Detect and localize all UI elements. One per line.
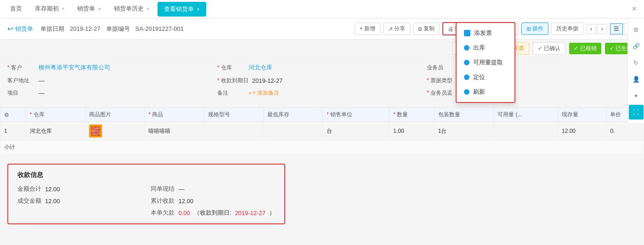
refresh-icon (464, 89, 469, 95)
sidebar-link-icon[interactable]: 🔗 (629, 39, 644, 53)
col-product: 商品 (145, 108, 204, 122)
copy-button[interactable]: ⧉ 复制 (413, 23, 440, 35)
copy-icon: ⧉ (418, 26, 422, 32)
sidebar-star-icon[interactable]: ✦ (629, 88, 644, 103)
col-quantity: 数量 (390, 108, 434, 122)
same-order-row: 同单现结 — (151, 185, 275, 193)
window-close-button[interactable]: × (628, 4, 640, 14)
close-tab-sales-order[interactable]: × (98, 6, 101, 11)
tabs-bar: 首页 库存期初 × 销货单 × 销货单历史 × 查看销货单 × × (0, 0, 644, 18)
arrears-note: （收款到期日: (194, 209, 232, 217)
arrears-note-end: ） (269, 209, 275, 217)
row-warehouse: 河北仓库 (26, 122, 85, 141)
dropdown-refresh[interactable]: 刷新 (457, 85, 514, 99)
project-label: 项目 (7, 89, 35, 97)
dropdown-outbound[interactable]: 出库 (457, 40, 514, 55)
total-value: 12.00 (45, 186, 60, 193)
col-warehouse: 仓库 (26, 108, 85, 122)
list-view-button[interactable]: ☰ (610, 23, 623, 34)
dropdown-add-invoice[interactable]: 添发票 (457, 26, 514, 40)
col-pack-qty: 包装数量 (434, 108, 493, 122)
customer-value[interactable]: 柳州粤港平安气体有限公司 (39, 63, 110, 72)
col-stock: 现存量 (558, 108, 606, 122)
address-value: — (39, 77, 45, 84)
project-value: — (39, 90, 45, 97)
total-label: 金额合计 (17, 185, 41, 193)
transaction-label: 成交金额 (17, 197, 41, 205)
available-qty-icon (464, 60, 469, 65)
sidebar-table-icon[interactable]: ⊞ (629, 22, 644, 37)
check-icon: ✓ (574, 45, 578, 51)
tab-inventory-init[interactable]: 库存期初 × (28, 0, 71, 18)
col-product-img: 商品图片 (85, 108, 144, 122)
salesperson-label: 业务员 (427, 64, 454, 72)
transaction-value: 12.00 (45, 198, 60, 205)
payment-section: 收款信息 金额合计 12.00 同单现结 — 成交金额 12.00 (7, 164, 285, 224)
operation-button[interactable]: ⊞ 操作 (521, 23, 548, 35)
new-button[interactable]: + 新增 (355, 23, 380, 35)
same-order-value: — (178, 186, 184, 193)
nav-arrows: ‹ › (586, 24, 607, 34)
total-amount-row: 金额合计 12.00 (17, 185, 141, 193)
tab-sales-history[interactable]: 销货单历史 × (107, 0, 156, 18)
address-field: 客户地址 — (7, 77, 217, 85)
col-gear[interactable]: ⚙ (0, 108, 26, 122)
doc-type: ↩ 销货单 (7, 24, 33, 33)
customer-field: 客户 柳州粤港平安气体有限公司 (7, 63, 217, 72)
arrears-value: 0.00 (178, 210, 190, 217)
close-tab-sales-history[interactable]: × (147, 6, 149, 11)
tab-home[interactable]: 首页 (4, 0, 28, 18)
tab-view-sales[interactable]: 查看销货单 × (158, 2, 206, 17)
arrears-label: 本单欠款 (151, 209, 175, 217)
row-quantity: 1.00 (390, 122, 434, 141)
row-product-img: 🧱 (85, 122, 144, 141)
form-section: 客户 柳州粤港平安气体有限公司 仓库 河北仓库 业务员 演示账号 客户地址 — (0, 58, 644, 108)
operation-icon: ⊞ (526, 26, 531, 32)
warehouse-value[interactable]: 河北仓库 (249, 63, 272, 72)
sold-button[interactable]: ✓ 已核销 (569, 43, 601, 54)
address-label: 客户地址 (7, 77, 35, 85)
add-note-button[interactable]: + + 添加备注 (249, 89, 279, 97)
payment-date-field: 收款到期日 2019-12-27 (217, 77, 427, 85)
col-sales-unit: 销售单位 (323, 108, 390, 122)
next-button[interactable]: › (597, 24, 607, 34)
close-tab-view-sales[interactable]: × (197, 6, 199, 12)
product-table-wrap: ⚙ 仓库 商品图片 商品 规格型号 最低库存 销售单位 数量 包装数量 可用量 … (0, 108, 644, 154)
doc-number-label: 单据编号 (106, 25, 130, 33)
project-field: 项目 — (7, 89, 217, 97)
close-tab-inventory-init[interactable]: × (62, 6, 64, 11)
col-spec: 规格型号 (204, 108, 263, 122)
doc-date-label: 单据日期 (40, 25, 64, 33)
row-unit-price: 0. (606, 122, 644, 141)
dropdown-available-qty[interactable]: 可用量提取 (457, 55, 514, 70)
confirm-button[interactable]: ✓ 已确认 (533, 42, 565, 55)
prev-button[interactable]: ‹ (586, 24, 596, 34)
right-sidebar: ⊞ 🔗 ↻ 👤 ✦ ⛶ (627, 18, 644, 123)
print-icon: 🖨 (448, 26, 453, 32)
history-button[interactable]: 历史单据 (551, 23, 583, 35)
payment-title: 收款信息 (17, 171, 275, 179)
payment-grid: 金额合计 12.00 同单现结 — 成交金额 12.00 累计收款 12.00 (17, 185, 275, 217)
payment-section-wrapper: 收款信息 金额合计 12.00 同单现结 — 成交金额 12.00 (0, 154, 644, 230)
note-field: 备注 + + 添加备注 (217, 89, 427, 97)
share-button[interactable]: ↗ 分享 (383, 23, 410, 35)
product-table: ⚙ 仓库 商品图片 商品 规格型号 最低库存 销售单位 数量 包装数量 可用量 … (0, 108, 644, 154)
warehouse-label: 仓库 (217, 64, 245, 72)
dropdown-locate[interactable]: 定位 (457, 70, 514, 85)
cumulative-payment-row: 累计收款 12.00 (151, 197, 275, 205)
salesperson2-label: 业务员孟 (427, 89, 454, 97)
check2-icon: ✓ (610, 45, 614, 51)
cumulative-value: 12.00 (178, 198, 193, 205)
row-available (494, 122, 558, 141)
sidebar-refresh-icon[interactable]: ↻ (629, 55, 644, 70)
tab-sales-order[interactable]: 销货单 × (71, 0, 107, 18)
sidebar-expand-icon[interactable]: ⛶ (629, 105, 644, 120)
row-sales-unit: 台 (323, 122, 390, 141)
note-label: 备注 (217, 89, 245, 97)
outbound-icon (464, 45, 469, 51)
col-min-stock: 最低库存 (263, 108, 322, 122)
sidebar-user-icon[interactable]: 👤 (629, 72, 644, 86)
status-bar: 📱 来自手机 ◉ 未开票 ✓ 已确认 ✓ 已核销 ✓ 已生效 (0, 40, 644, 58)
row-stock: 12.00 (558, 122, 606, 141)
arrears-due-date: 2019-12-27 (235, 210, 266, 217)
